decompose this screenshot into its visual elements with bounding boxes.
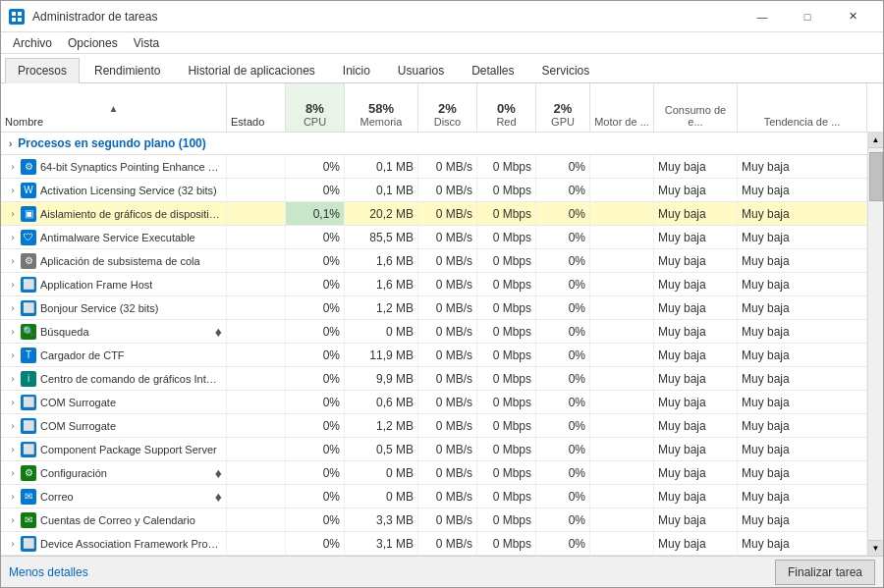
menu-vista[interactable]: Vista — [126, 34, 167, 52]
minimize-button[interactable]: — — [740, 1, 785, 32]
row-expand[interactable]: › — [5, 539, 21, 549]
cell-estado — [227, 485, 286, 508]
table-row[interactable]: › ⬜ Application Frame Host 0% 1,6 MB 0 M… — [1, 273, 867, 296]
row-expand[interactable]: › — [5, 515, 21, 525]
table-row[interactable]: › ⬜ Component Package Support Server 0% … — [1, 438, 867, 461]
row-expand[interactable]: › — [5, 186, 21, 195]
table-row[interactable]: › ▣ Aislamiento de gráficos de dispositi… — [1, 202, 867, 226]
row-expand[interactable]: › — [5, 398, 21, 407]
col-header-gpu[interactable]: 2% GPU — [536, 83, 590, 132]
maximize-button[interactable]: □ — [785, 1, 830, 32]
cell-name: › 🔍 Búsqueda ♦ — [1, 320, 227, 343]
row-expand[interactable]: › — [5, 280, 21, 290]
less-details-link[interactable]: Menos detalles — [9, 565, 88, 579]
scrollbar-down-button[interactable]: ▼ — [868, 540, 884, 556]
cell-tendencia: Muy baja — [738, 438, 867, 460]
cell-mem: 1,6 MB — [345, 249, 418, 272]
table-row[interactable]: › T Cargador de CTF 0% 11,9 MB 0 MB/s 0 … — [1, 344, 867, 367]
col-header-tendencia[interactable]: Tendencia de ... — [738, 83, 867, 132]
row-expand[interactable]: › — [5, 374, 21, 384]
menu-opciones[interactable]: Opciones — [60, 34, 126, 52]
cell-gpu: 0% — [536, 296, 590, 319]
cell-motor — [590, 249, 654, 272]
cell-motor — [590, 273, 654, 295]
table-row[interactable]: › ⬜ Bonjour Service (32 bits) 0% 1,2 MB … — [1, 296, 867, 320]
cell-gpu: 0% — [536, 273, 590, 295]
menu-archivo[interactable]: Archivo — [5, 34, 60, 52]
table-row[interactable]: › W Activation Licensing Service (32 bit… — [1, 179, 867, 202]
cell-mem: 0,6 MB — [345, 391, 418, 413]
table-row[interactable]: › ✉ Cuentas de Correo y Calendario 0% 3,… — [1, 508, 867, 532]
tab-inicio[interactable]: Inicio — [330, 57, 383, 82]
cell-estado — [227, 438, 286, 460]
cell-cpu: 0,1% — [286, 202, 345, 225]
cell-red: 0 Mbps — [477, 296, 536, 319]
row-expand[interactable]: › — [5, 445, 21, 454]
cell-gpu: 0% — [536, 438, 590, 460]
row-expand[interactable]: › — [5, 492, 21, 502]
cell-tendencia: Muy baja — [738, 202, 867, 225]
col-header-cpu[interactable]: 8% CPU — [286, 83, 345, 132]
process-name: Aplicación de subsistema de cola — [40, 255, 200, 267]
cell-red: 0 Mbps — [477, 367, 536, 390]
table-row[interactable]: › ⬜ COM Surrogate 0% 0,6 MB 0 MB/s 0 Mbp… — [1, 391, 867, 414]
table-row[interactable]: › 🔍 Búsqueda ♦ 0% 0 MB 0 MB/s 0 Mbps 0% … — [1, 320, 867, 344]
table-row[interactable]: › ⚙ Configuración ♦ 0% 0 MB 0 MB/s 0 Mbp… — [1, 461, 867, 485]
cell-estado — [227, 273, 286, 295]
group-header-background[interactable]: › Procesos en segundo plano (100) — [1, 133, 867, 155]
row-expand[interactable]: › — [5, 350, 21, 360]
row-expand[interactable]: › — [5, 327, 21, 337]
row-expand[interactable]: › — [5, 209, 21, 219]
cell-tendencia: Muy baja — [738, 414, 867, 437]
cell-gpu: 0% — [536, 461, 590, 484]
scrollbar-up-button[interactable]: ▲ — [868, 133, 884, 148]
row-expand[interactable]: › — [5, 421, 21, 431]
col-header-disco[interactable]: 2% Disco — [418, 83, 477, 132]
table-row[interactable]: › i Centro de comando de gráficos Intel®… — [1, 367, 867, 391]
table-row[interactable]: › 🛡 Antimalware Service Executable 0% 85… — [1, 226, 867, 249]
cell-consumo: Muy baja — [654, 367, 738, 390]
cell-disco: 0 MB/s — [418, 155, 477, 178]
tab-servicios[interactable]: Servicios — [529, 57, 603, 82]
table-row[interactable]: › ⬜ Device Association Framework Provide… — [1, 532, 867, 556]
table-row[interactable]: › ⬜ COM Surrogate 0% 1,2 MB 0 MB/s 0 Mbp… — [1, 414, 867, 438]
col-header-consumo[interactable]: Consumo de e... — [654, 83, 738, 132]
table-row[interactable]: › ⚙ 64-bit Synaptics Pointing Enhance Se… — [1, 155, 867, 179]
row-expand[interactable]: › — [5, 233, 21, 242]
col-header-memoria[interactable]: 58% Memoria — [345, 83, 418, 132]
table-row[interactable]: › ⚙ Aplicación de subsistema de cola 0% … — [1, 249, 867, 273]
tab-usuarios[interactable]: Usuarios — [385, 57, 457, 82]
process-icon: ✉ — [21, 489, 36, 505]
tab-historial[interactable]: Historial de aplicaciones — [175, 57, 327, 82]
cell-tendencia: Muy baja — [738, 273, 867, 295]
table-row[interactable]: › ✉ Correo ♦ 0% 0 MB 0 MB/s 0 Mbps 0% Mu… — [1, 485, 867, 508]
collapse-arrow-icon[interactable]: ▲ — [5, 103, 222, 114]
process-icon: ▣ — [21, 206, 36, 222]
process-name: Centro de comando de gráficos Intel® (2) — [40, 373, 222, 385]
cell-disco: 0 MB/s — [418, 485, 477, 508]
col-header-motor[interactable]: Motor de ... — [590, 83, 654, 132]
row-expand[interactable]: › — [5, 303, 21, 313]
cell-tendencia: Muy baja — [738, 485, 867, 508]
scrollbar-thumb[interactable] — [869, 152, 883, 201]
col-header-estado[interactable]: Estado — [231, 116, 281, 128]
process-icon: ⬜ — [21, 277, 36, 293]
tab-procesos[interactable]: Procesos — [5, 58, 80, 83]
row-expand[interactable]: › — [5, 256, 21, 266]
finalize-task-button[interactable]: Finalizar tarea — [775, 560, 875, 585]
table-header: ▲ Nombre Estado 8% CPU 58% Memoria 2% Di… — [1, 83, 883, 133]
cell-cpu: 0% — [286, 367, 345, 390]
cell-consumo: Muy baja — [654, 438, 738, 460]
tab-rendimiento[interactable]: Rendimiento — [82, 57, 173, 82]
row-expand[interactable]: › — [5, 162, 21, 172]
cell-estado — [227, 202, 286, 225]
close-button[interactable]: ✕ — [830, 1, 875, 32]
process-icon: ⚙ — [21, 253, 36, 269]
cell-name: › ⬜ COM Surrogate — [1, 414, 227, 437]
col-header-nombre[interactable]: Nombre — [5, 116, 222, 128]
row-expand[interactable]: › — [5, 468, 21, 478]
tab-detalles[interactable]: Detalles — [459, 57, 526, 82]
cell-gpu: 0% — [536, 485, 590, 508]
col-header-red[interactable]: 0% Red — [477, 83, 536, 132]
group-expand-icon[interactable]: › — [9, 138, 12, 149]
